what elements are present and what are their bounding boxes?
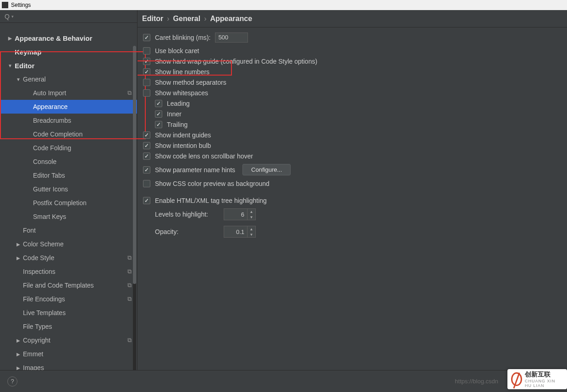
label-css-preview: Show CSS color preview as background bbox=[155, 180, 270, 187]
label-line-numbers: Show line numbers bbox=[155, 68, 209, 76]
crumb-general[interactable]: General bbox=[173, 15, 201, 23]
tree-item-emmet[interactable]: ▶Emmet bbox=[0, 347, 137, 361]
spin-up-icon[interactable]: ▲ bbox=[248, 209, 255, 214]
project-scope-icon: ⧉ bbox=[127, 295, 132, 303]
tree-item-label: Console bbox=[33, 158, 137, 165]
checkbox-caret-blinking[interactable] bbox=[143, 34, 150, 41]
tree-item-label: Breadcrumbs bbox=[33, 117, 137, 124]
tree-item-live-templates[interactable]: Live Templates bbox=[0, 306, 137, 320]
tree-arrow-icon[interactable]: ▶ bbox=[16, 365, 21, 370]
breadcrumb: Editor › General › Appearance bbox=[138, 10, 567, 27]
tree-arrow-icon[interactable]: ▶ bbox=[16, 338, 21, 343]
titlebar: Settings bbox=[0, 0, 567, 10]
input-caret-blinking-ms[interactable] bbox=[215, 33, 248, 43]
checkbox-hard-wrap[interactable] bbox=[143, 58, 150, 65]
spinner-levels[interactable]: ▲▼ bbox=[224, 208, 256, 220]
checkbox-html-tree[interactable] bbox=[143, 197, 150, 204]
checkbox-param-hints[interactable] bbox=[143, 166, 150, 174]
tree-item-file-types[interactable]: File Types bbox=[0, 320, 137, 333]
settings-tree[interactable]: ▶Appearance & BehaviorKeymap▼Editor▼Gene… bbox=[0, 23, 137, 392]
spinner-opacity[interactable]: ▲▼ bbox=[224, 226, 256, 238]
crumb-editor[interactable]: Editor bbox=[142, 15, 163, 23]
label-method-separators: Show method separators bbox=[155, 79, 226, 86]
crumb-appearance[interactable]: Appearance bbox=[210, 15, 252, 23]
tree-item-label: Editor Tabs bbox=[33, 172, 137, 179]
checkbox-code-lens[interactable] bbox=[143, 152, 150, 160]
configure-button[interactable]: Configure... bbox=[242, 164, 291, 175]
checkbox-css-preview[interactable] bbox=[143, 180, 150, 187]
project-scope-icon: ⧉ bbox=[127, 268, 132, 275]
tree-item-file-encodings[interactable]: File Encodings⧉ bbox=[0, 292, 137, 306]
tree-item-auto-import[interactable]: Auto Import⧉ bbox=[0, 86, 137, 100]
label-caret-blinking: Caret blinking (ms): bbox=[155, 34, 210, 41]
tree-item-label: Code Style bbox=[23, 254, 127, 261]
tree-item-label: File and Code Templates bbox=[23, 282, 127, 289]
tree-item-smart-keys[interactable]: Smart Keys bbox=[0, 210, 137, 223]
spin-down-icon[interactable]: ▼ bbox=[248, 214, 255, 220]
label-hard-wrap: Show hard wrap guide (configured in Code… bbox=[155, 58, 317, 65]
watermark-text: https://blog.csdn bbox=[455, 378, 498, 385]
tree-item-color-scheme[interactable]: ▶Color Scheme bbox=[0, 237, 137, 251]
project-scope-icon: ⧉ bbox=[127, 254, 132, 261]
tree-item-code-style[interactable]: ▶Code Style⧉ bbox=[0, 251, 137, 265]
checkbox-block-caret[interactable] bbox=[143, 47, 150, 54]
project-scope-icon: ⧉ bbox=[127, 337, 132, 344]
tree-arrow-icon[interactable]: ▼ bbox=[7, 63, 13, 68]
search-bar[interactable]: Q▾ bbox=[0, 10, 137, 23]
checkbox-whitespaces[interactable] bbox=[143, 89, 150, 97]
tree-item-inspections[interactable]: Inspections⧉ bbox=[0, 265, 137, 278]
spin-down-icon[interactable]: ▼ bbox=[248, 232, 255, 237]
label-levels: Levels to highlight: bbox=[155, 211, 219, 218]
chevron-right-icon: › bbox=[204, 15, 206, 23]
tree-item-label: Appearance & Behavior bbox=[15, 34, 137, 42]
input-levels[interactable] bbox=[224, 209, 247, 220]
checkbox-ws-inner[interactable] bbox=[155, 110, 162, 118]
tree-item-label: Postfix Completion bbox=[33, 199, 137, 207]
checkbox-ws-trailing[interactable] bbox=[155, 121, 162, 128]
tree-item-font[interactable]: Font bbox=[0, 223, 137, 237]
tree-item-copyright[interactable]: ▶Copyright⧉ bbox=[0, 333, 137, 347]
label-ws-trailing: Trailing bbox=[167, 121, 187, 128]
tree-item-editor[interactable]: ▼Editor bbox=[0, 59, 137, 72]
tree-item-gutter-icons[interactable]: Gutter Icons bbox=[0, 182, 137, 196]
tree-item-label: Auto Import bbox=[33, 89, 127, 97]
tree-item-label: Color Scheme bbox=[23, 240, 137, 248]
tree-item-label: Inspections bbox=[23, 268, 127, 275]
spin-up-icon[interactable]: ▲ bbox=[248, 226, 255, 232]
search-icon: Q bbox=[5, 13, 10, 20]
brand-sub: CHUANG XIN HU LIAN bbox=[525, 379, 563, 388]
tree-arrow-icon[interactable]: ▼ bbox=[16, 77, 21, 82]
tree-item-postfix-completion[interactable]: Postfix Completion bbox=[0, 196, 137, 210]
label-intention-bulb: Show intention bulb bbox=[155, 142, 211, 149]
label-whitespaces: Show whitespaces bbox=[155, 89, 208, 97]
input-opacity[interactable] bbox=[224, 226, 247, 237]
checkbox-indent-guides[interactable] bbox=[143, 131, 150, 139]
tree-item-label: Smart Keys bbox=[33, 213, 137, 220]
tree-arrow-icon[interactable]: ▶ bbox=[16, 256, 21, 261]
tree-item-console[interactable]: Console bbox=[0, 155, 137, 169]
tree-item-file-and-code-templates[interactable]: File and Code Templates⧉ bbox=[0, 278, 137, 292]
tree-arrow-icon[interactable]: ▶ bbox=[7, 36, 13, 41]
scrollbar-thumb[interactable] bbox=[133, 46, 136, 284]
label-indent-guides: Show indent guides bbox=[155, 131, 211, 139]
tree-item-keymap[interactable]: Keymap bbox=[0, 45, 137, 59]
checkbox-line-numbers[interactable] bbox=[143, 68, 150, 76]
tree-item-appearance-behavior[interactable]: ▶Appearance & Behavior bbox=[0, 31, 137, 45]
app-icon bbox=[2, 2, 8, 8]
label-block-caret: Use block caret bbox=[155, 47, 199, 54]
tree-item-appearance[interactable]: Appearance bbox=[0, 100, 137, 114]
help-button[interactable]: ? bbox=[7, 376, 17, 387]
brand-logo-icon bbox=[511, 372, 522, 386]
checkbox-intention-bulb[interactable] bbox=[143, 142, 150, 149]
search-dropdown-icon[interactable]: ▾ bbox=[11, 14, 14, 19]
tree-item-editor-tabs[interactable]: Editor Tabs bbox=[0, 169, 137, 182]
tree-arrow-icon[interactable]: ▶ bbox=[16, 352, 21, 357]
tree-item-breadcrumbs[interactable]: Breadcrumbs bbox=[0, 114, 137, 127]
tree-arrow-icon[interactable]: ▶ bbox=[16, 242, 21, 247]
tree-item-general[interactable]: ▼General bbox=[0, 72, 137, 86]
tree-item-code-folding[interactable]: Code Folding bbox=[0, 141, 137, 155]
tree-item-label: Editor bbox=[15, 62, 137, 70]
checkbox-ws-leading[interactable] bbox=[155, 100, 162, 107]
checkbox-method-separators[interactable] bbox=[143, 79, 150, 86]
tree-item-code-completion[interactable]: Code Completion bbox=[0, 127, 137, 141]
